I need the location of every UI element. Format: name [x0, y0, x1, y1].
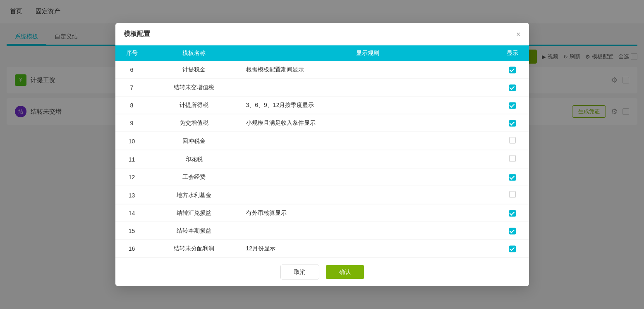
- table-row: 12工会经费: [115, 168, 529, 186]
- table-row: 13地方水利基金: [115, 186, 529, 204]
- cell-rule: [239, 222, 496, 240]
- cell-display: [496, 186, 529, 204]
- cell-name: 结转本期损益: [148, 222, 239, 240]
- cell-name: 地方水利基金: [148, 186, 239, 204]
- table-row: 16结转未分配利润12月份显示: [115, 240, 529, 257]
- cell-rule: [239, 132, 496, 150]
- row-checkbox-16[interactable]: [509, 245, 516, 252]
- cell-rule: 小规模且满足收入条件显示: [239, 114, 496, 132]
- config-table: 序号 模板名称 显示规则 显示 6计提税金根据模板配置期间显示7结转未交增值税8…: [115, 45, 529, 258]
- row-checkbox-9[interactable]: [509, 120, 516, 126]
- cell-rule: [239, 150, 496, 168]
- cell-rule: [239, 168, 496, 186]
- cell-id: 13: [115, 186, 148, 204]
- col-header-display: 显示: [496, 45, 529, 61]
- cell-name: 工会经费: [148, 168, 239, 186]
- cell-id: 6: [115, 61, 148, 79]
- row-checkbox-12[interactable]: [509, 174, 516, 181]
- row-checkbox-13[interactable]: [509, 191, 516, 198]
- cell-display: [496, 150, 529, 168]
- row-checkbox-6[interactable]: [509, 67, 516, 73]
- cell-name: 印花税: [148, 150, 239, 168]
- modal-title: 模板配置: [124, 30, 150, 38]
- modal-template-config: 模板配置 × 序号 模板名称 显示规则 显示 6计提税金根据模板配置期间显示7结…: [115, 23, 529, 286]
- cell-display: [496, 114, 529, 132]
- table-row: 14结转汇兑损益有外币核算显示: [115, 204, 529, 222]
- cell-rule: 12月份显示: [239, 240, 496, 257]
- cell-name: 结转未交增值税: [148, 78, 239, 96]
- cancel-button[interactable]: 取消: [280, 265, 319, 280]
- cell-display: [496, 78, 529, 96]
- row-checkbox-7[interactable]: [509, 84, 516, 91]
- cell-id: 12: [115, 168, 148, 186]
- cell-id: 11: [115, 150, 148, 168]
- table-row: 11印花税: [115, 150, 529, 168]
- cell-display: [496, 204, 529, 222]
- cell-display: [496, 222, 529, 240]
- cell-id: 10: [115, 132, 148, 150]
- cell-rule: 有外币核算显示: [239, 204, 496, 222]
- cell-id: 7: [115, 78, 148, 96]
- col-header-name: 模板名称: [148, 45, 239, 61]
- cell-name: 计提税金: [148, 61, 239, 79]
- cell-rule: 根据模板配置期间显示: [239, 61, 496, 79]
- cell-id: 14: [115, 204, 148, 222]
- table-row: 10回冲税金: [115, 132, 529, 150]
- cell-name: 结转未分配利润: [148, 240, 239, 257]
- cell-id: 9: [115, 114, 148, 132]
- cell-id: 16: [115, 240, 148, 257]
- col-header-id: 序号: [115, 45, 148, 61]
- row-checkbox-11[interactable]: [509, 155, 516, 162]
- modal-close-button[interactable]: ×: [516, 30, 521, 38]
- row-checkbox-8[interactable]: [509, 102, 516, 109]
- table-row: 6计提税金根据模板配置期间显示: [115, 61, 529, 79]
- cell-display: [496, 168, 529, 186]
- cell-name: 回冲税金: [148, 132, 239, 150]
- cell-rule: [239, 186, 496, 204]
- cell-display: [496, 61, 529, 79]
- cell-rule: [239, 78, 496, 96]
- table-row: 8计提所得税3、6、9、12月按季度显示: [115, 96, 529, 114]
- cell-name: 计提所得税: [148, 96, 239, 114]
- row-checkbox-10[interactable]: [509, 137, 516, 144]
- cell-name: 结转汇兑损益: [148, 204, 239, 222]
- cell-id: 15: [115, 222, 148, 240]
- modal-header: 模板配置 ×: [115, 23, 529, 45]
- row-checkbox-14[interactable]: [509, 210, 516, 216]
- cell-display: [496, 240, 529, 257]
- cell-display: [496, 96, 529, 114]
- table-scroll-area[interactable]: 序号 模板名称 显示规则 显示 6计提税金根据模板配置期间显示7结转未交增值税8…: [115, 45, 529, 258]
- table-row: 9免交增值税小规模且满足收入条件显示: [115, 114, 529, 132]
- cell-name: 免交增值税: [148, 114, 239, 132]
- table-row: 15结转本期损益: [115, 222, 529, 240]
- cell-rule: 3、6、9、12月按季度显示: [239, 96, 496, 114]
- table-row: 7结转未交增值税: [115, 78, 529, 96]
- row-checkbox-15[interactable]: [509, 228, 516, 234]
- cell-display: [496, 132, 529, 150]
- modal-footer: 取消 确认: [115, 258, 529, 286]
- col-header-rule: 显示规则: [239, 45, 496, 61]
- cell-id: 8: [115, 96, 148, 114]
- confirm-button[interactable]: 确认: [326, 265, 364, 279]
